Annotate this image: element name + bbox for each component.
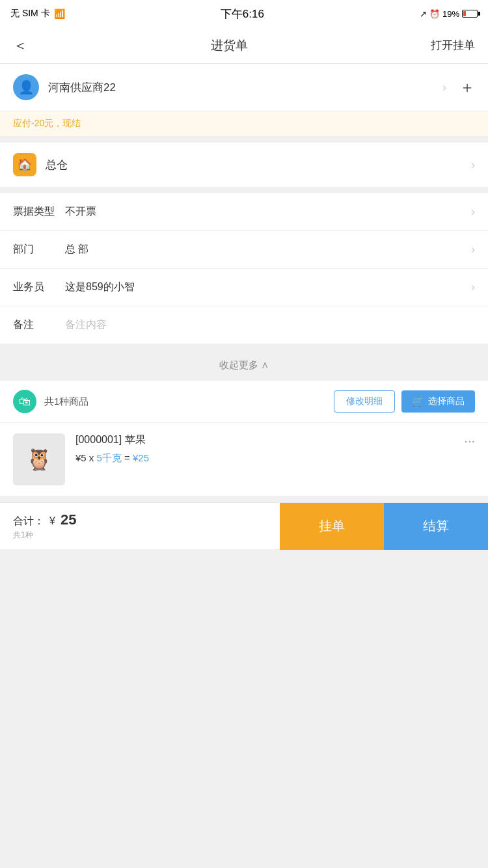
battery-icon: [462, 10, 478, 18]
product-code: [0000001]: [75, 434, 122, 445]
remark-input[interactable]: 备注内容: [65, 318, 475, 332]
person-icon: 👤: [18, 79, 34, 95]
total-amount: 25: [61, 511, 76, 528]
product-price: ¥5 x 5千克 = ¥25: [75, 452, 457, 465]
salesperson-arrow: ›: [471, 280, 475, 294]
product-title: 苹果: [125, 434, 146, 445]
supplier-arrow-icon: ›: [442, 81, 446, 94]
salesperson-value: 这是859的小智: [65, 280, 471, 294]
select-product-button[interactable]: 🛒 选择商品: [401, 390, 475, 413]
bottom-bar: 合计： ¥ 25 共1种 挂单 结算: [0, 502, 488, 549]
back-button[interactable]: ＜: [13, 36, 27, 55]
total-value: ¥25: [133, 452, 149, 463]
cart-icon: 🛒: [412, 396, 424, 407]
department-arrow: ›: [471, 243, 475, 256]
checkout-button[interactable]: 结算: [384, 503, 488, 550]
modify-detail-button[interactable]: 修改明细: [334, 390, 395, 413]
supplier-avatar: 👤: [13, 74, 39, 100]
notice-text: 应付-20元，现结: [13, 118, 81, 128]
department-row[interactable]: 部门 总 部 ›: [0, 231, 488, 269]
department-label: 部门: [13, 243, 65, 256]
price-value: ¥5: [75, 452, 87, 463]
carrier-label: 无 SIM 卡: [10, 8, 50, 20]
warehouse-section[interactable]: 🏠 总仓 ›: [0, 142, 488, 187]
products-icon: 🛍: [13, 390, 36, 413]
hang-button[interactable]: 挂单: [280, 503, 384, 550]
warehouse-icon: 🏠: [13, 153, 36, 176]
products-header: 🛍 共1种商品 修改明细 🛒 选择商品: [0, 381, 488, 423]
nav-bar: ＜ 进货单 打开挂单: [0, 27, 488, 64]
home-icon: 🏠: [18, 157, 32, 172]
add-supplier-button[interactable]: ＋: [459, 77, 475, 98]
invoice-type-label: 票据类型: [13, 205, 65, 219]
status-bar: 无 SIM 卡 📶 下午6:16 ↗ ⏰ 19%: [0, 0, 488, 27]
salesperson-label: 业务员: [13, 280, 65, 294]
product-more-button[interactable]: ···: [457, 433, 475, 448]
form-section: 票据类型 不开票 › 部门 总 部 › 业务员 这是859的小智 › 备注 备注…: [0, 193, 488, 344]
price-separator: x: [89, 452, 97, 463]
department-value: 总 部: [65, 243, 471, 256]
open-hang-button[interactable]: 打开挂单: [431, 38, 475, 53]
product-thumbnail: 🦉: [13, 433, 65, 485]
remark-label: 备注: [13, 318, 65, 332]
status-right: ↗ ⏰ 19%: [420, 9, 478, 19]
status-time: 下午6:16: [221, 7, 264, 21]
equals-sign: =: [124, 452, 133, 463]
status-left: 无 SIM 卡 📶: [10, 8, 65, 20]
products-count: 共1种商品: [44, 396, 334, 408]
remark-row[interactable]: 备注 备注内容: [0, 306, 488, 344]
total-section: 合计： ¥ 25 共1种: [0, 505, 280, 547]
content-area: 👤 河南供应商22 › ＋ 应付-20元，现结 🏠 总仓 › 票据类型 不开票 …: [0, 64, 488, 496]
select-label: 选择商品: [428, 396, 465, 407]
product-item: 🦉 [0000001] 苹果 ¥5 x 5千克 = ¥25 ···: [0, 423, 488, 496]
supplier-row[interactable]: 👤 河南供应商22 › ＋: [0, 64, 488, 111]
wifi-icon: 📶: [54, 8, 65, 19]
product-name: [0000001] 苹果: [75, 433, 457, 447]
total-count: 共1种: [13, 530, 267, 541]
warehouse-label: 总仓: [46, 157, 471, 172]
total-label: 合计： ¥ 25: [13, 511, 267, 528]
invoice-type-row[interactable]: 票据类型 不开票 ›: [0, 193, 488, 231]
total-symbol: ¥: [49, 515, 55, 527]
supplier-section: 👤 河南供应商22 › ＋ 应付-20元，现结: [0, 64, 488, 136]
page-title: 进货单: [211, 37, 248, 54]
location-icon: ↗: [420, 9, 427, 19]
battery-percent: 19%: [442, 9, 459, 19]
notice-bar: 应付-20元，现结: [0, 111, 488, 136]
products-section: 🛍 共1种商品 修改明细 🛒 选择商品 🦉 [0000001] 苹果 ¥5: [0, 381, 488, 496]
warehouse-arrow-icon: ›: [471, 158, 475, 172]
alarm-icon: ⏰: [429, 9, 440, 19]
qty-value: 5千克: [97, 452, 122, 463]
owl-icon: 🦉: [26, 447, 52, 472]
salesperson-row[interactable]: 业务员 这是859的小智 ›: [0, 269, 488, 306]
total-text: 合计：: [13, 515, 44, 528]
product-info: [0000001] 苹果 ¥5 x 5千克 = ¥25: [75, 433, 457, 465]
collapse-button[interactable]: 收起更多 ∧: [0, 350, 488, 381]
invoice-type-value: 不开票: [65, 205, 471, 219]
shopping-icon: 🛍: [19, 395, 31, 409]
invoice-type-arrow: ›: [471, 205, 475, 219]
supplier-name: 河南供应商22: [48, 80, 442, 95]
